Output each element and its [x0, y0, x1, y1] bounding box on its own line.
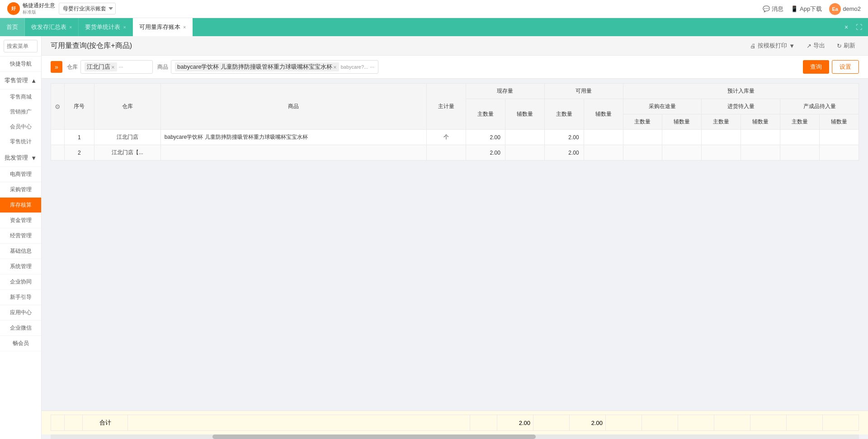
user-area[interactable]: Ea demo2	[829, 3, 861, 15]
filter-expand-btn[interactable]: »	[51, 61, 62, 73]
query-button[interactable]: 查询	[803, 60, 829, 74]
user-name: demo2	[843, 5, 861, 12]
sidebar-item-finance[interactable]: 资金管理	[0, 213, 41, 228]
sidebar-item-basics[interactable]: 基础信息	[0, 244, 41, 259]
top-bar: 好 畅捷通好生意 标准版 母婴行业演示账套 💬 消息 📱 App下载 Ea de…	[0, 0, 868, 18]
table-cell	[584, 130, 623, 145]
content-area: 可用量查询(按仓库+商品) 🖨 按模板打印 ▼ ↗ 导出 ↻ 刷新 »	[42, 36, 868, 439]
tab-recv-send-close[interactable]: ×	[69, 24, 72, 30]
page-header: 可用量查询(按仓库+商品) 🖨 按模板打印 ▼ ↗ 导出 ↻ 刷新	[42, 36, 868, 56]
horizontal-scrollbar[interactable]	[51, 434, 859, 439]
search-input[interactable]	[4, 40, 38, 52]
sidebar-item-vip-member[interactable]: 畅会员	[0, 336, 41, 351]
nav-tabs: 首页 收发存汇总表 × 要货单统计表 × 可用量库存账本 × × ⛶	[0, 18, 868, 36]
table-cell: 1	[65, 130, 94, 145]
app-download-label: App下载	[800, 5, 822, 13]
sidebar-item-retail-mgmt[interactable]: 零售管理 ▲	[0, 72, 41, 90]
footer-no-cell	[65, 415, 83, 431]
sidebar-item-member-center[interactable]: 会员中心	[0, 119, 41, 134]
tab-order-stat[interactable]: 要货单统计表 ×	[79, 18, 132, 36]
product-tag-1-remove[interactable]: ×	[333, 64, 337, 71]
th-purchase-transit: 采购在途量	[623, 99, 702, 114]
page-header-actions: 🖨 按模板打印 ▼ ↗ 导出 ↻ 刷新	[746, 40, 859, 52]
tab-order-stat-close[interactable]: ×	[123, 24, 126, 30]
sidebar-item-sys-mgmt[interactable]: 系统管理	[0, 259, 41, 274]
th-pur-transit-aux: 辅数量	[662, 114, 702, 130]
warehouse-ellipsis[interactable]: ···	[119, 64, 123, 70]
scrollbar-thumb[interactable]	[212, 434, 536, 439]
sidebar-item-enterprise[interactable]: 企业协同	[0, 274, 41, 290]
tab-home[interactable]: 首页	[0, 18, 25, 36]
warehouse-value-box[interactable]: 江北门店 × ···	[80, 60, 153, 74]
warehouse-tag-value: 江北门店	[87, 63, 110, 71]
sidebar-item-inventory[interactable]: 库存核算	[0, 198, 41, 213]
table-cell	[51, 130, 65, 145]
tab-order-stat-label: 要货单统计表	[85, 23, 120, 31]
refresh-btn[interactable]: ↻ 刷新	[833, 40, 859, 52]
print-dropdown-icon: ▼	[789, 42, 795, 49]
close-all-btn[interactable]: ×	[841, 22, 852, 33]
table-cell	[505, 145, 544, 160]
column-settings-icon[interactable]: ⚙	[55, 103, 61, 110]
product-value-box[interactable]: babycare学饮杯 儿童防摔防撞吸管杯重力球吸嘴杯宝宝水杯 × babyca…	[171, 60, 378, 74]
th-settings[interactable]: ⚙	[51, 84, 65, 130]
table-cell	[662, 130, 702, 145]
tab-available-stock[interactable]: 可用量库存账本 ×	[133, 18, 193, 36]
sidebar-item-purchase[interactable]: 采购管理	[0, 182, 41, 198]
sidebar-item-marketing[interactable]: 营销推广	[0, 104, 41, 119]
print-btn[interactable]: 🖨 按模板打印 ▼	[746, 40, 798, 52]
tab-recv-send[interactable]: 收发存汇总表 ×	[25, 18, 79, 36]
table-cell: 个	[427, 130, 466, 145]
industry-select[interactable]: 母婴行业演示账套	[59, 3, 116, 14]
sidebar-item-retail-mall[interactable]: 零售商城	[0, 90, 41, 104]
footer-label-cell: 合计	[83, 415, 128, 431]
table-cell	[160, 145, 426, 160]
sidebar-item-wechat-biz[interactable]: 企业微信	[0, 321, 41, 336]
nav-right-buttons: × ⛶	[837, 18, 868, 36]
setting-button[interactable]: 设置	[832, 60, 859, 74]
th-import-main: 主数量	[702, 114, 741, 130]
table-footer: 合计 2.00 2.00	[42, 411, 868, 434]
sidebar-item-retail-mgmt-label: 零售管理	[5, 76, 28, 85]
tab-recv-send-label: 收发存汇总表	[31, 23, 66, 31]
table-cell	[780, 130, 820, 145]
message-btn[interactable]: 💬 消息	[763, 5, 783, 13]
tab-available-stock-close[interactable]: ×	[183, 24, 186, 30]
product-ellipsis[interactable]: ···	[370, 64, 374, 70]
th-pur-transit-main: 主数量	[623, 114, 662, 130]
footer-pur-transit-aux	[678, 415, 714, 431]
sidebar-item-ops-mgmt[interactable]: 经营管理	[0, 228, 41, 244]
th-stock-main: 主数量	[466, 99, 505, 130]
warehouse-tag: 江北门店 ×	[85, 62, 117, 71]
th-planned-instock: 预计入库量	[623, 84, 859, 99]
product-tag-1: babycare学饮杯 儿童防摔防撞吸管杯重力球吸嘴杯宝宝水杯 ×	[175, 62, 339, 71]
refresh-icon: ↻	[837, 42, 842, 49]
export-btn[interactable]: ↗ 导出	[803, 40, 829, 52]
table-cell	[662, 145, 702, 160]
top-bar-left: 好 畅捷通好生意 标准版 母婴行业演示账套	[7, 2, 116, 15]
sidebar-item-wholesale-mgmt[interactable]: 批发管理 ▼	[0, 149, 41, 167]
print-icon: 🖨	[750, 42, 756, 49]
footer-unit-cell	[470, 415, 497, 431]
th-no: 序号	[65, 84, 94, 130]
sidebar-item-new-guide[interactable]: 新手引导	[0, 290, 41, 305]
warehouse-tag-remove[interactable]: ×	[111, 64, 115, 71]
fullscreen-btn[interactable]: ⛶	[854, 22, 864, 33]
sidebar-item-ecommerce[interactable]: 电商管理	[0, 167, 41, 182]
sidebar-item-app-center[interactable]: 应用中心	[0, 305, 41, 321]
table-cell: babycare学饮杯 儿童防摔防撞吸管杯重力球吸嘴杯宝宝水杯	[160, 130, 426, 145]
tab-available-stock-label: 可用量库存账本	[139, 23, 180, 31]
th-stock-aux: 辅数量	[505, 99, 544, 130]
th-import-pending: 进货待入量	[702, 99, 780, 114]
app-download-btn[interactable]: 📱 App下载	[791, 5, 822, 13]
sidebar-item-retail-stat[interactable]: 零售统计	[0, 134, 41, 149]
table-cell	[702, 130, 741, 145]
sidebar-item-quick-nav[interactable]: 快捷导航	[0, 57, 41, 72]
phone-icon: 📱	[791, 5, 798, 12]
sidebar-item-wholesale-label: 批发管理	[5, 154, 28, 162]
table-cell	[741, 130, 780, 145]
data-table: ⚙ 序号 仓库 商品 主计量 现存量 可用量 预计入库量 主数量 辅数量 主数量	[51, 83, 859, 160]
footer-avail-aux	[606, 415, 642, 431]
chevron-down-icon-2: ▼	[31, 155, 37, 161]
footer-product-cell	[128, 415, 470, 431]
